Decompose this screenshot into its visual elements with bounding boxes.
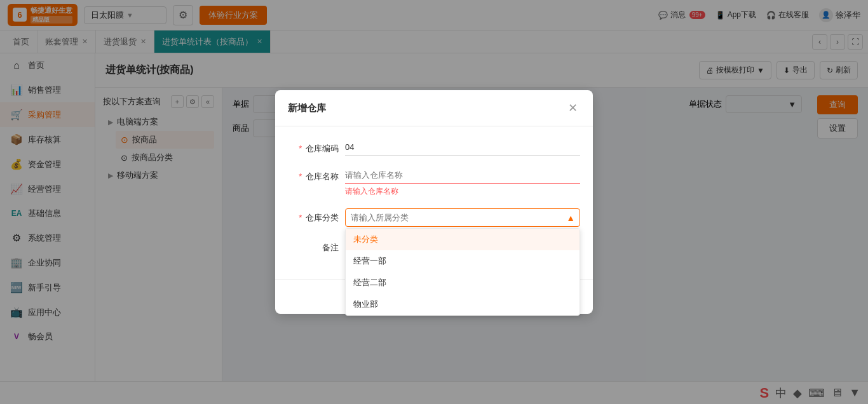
modal-close-button[interactable]: ✕ <box>565 100 580 116</box>
category-input-container: ▲ <box>345 208 580 227</box>
form-row-name: * 仓库名称 请输入仓库名称 <box>288 167 580 197</box>
category-toggle-icon[interactable]: ▲ <box>566 213 575 223</box>
warehouse-name-label: * 仓库名称 <box>288 167 339 182</box>
warehouse-code-input[interactable] <box>345 139 580 156</box>
warehouse-code-wrapper <box>345 139 580 156</box>
category-dropdown: 未分类 经营一部 经营二部 物业部 <box>345 228 580 316</box>
modal-title: 新增仓库 <box>288 102 326 114</box>
warehouse-name-wrapper: 请输入仓库名称 <box>345 167 580 197</box>
form-row-category: * 仓库分类 ▲ 未分类 经营一部 <box>288 208 580 227</box>
warehouse-code-label: * 仓库编码 <box>288 139 339 154</box>
add-warehouse-modal: 新增仓库 ✕ * 仓库编码 * 仓库名称 <box>275 90 593 314</box>
remark-label: 备注 <box>288 238 339 253</box>
warehouse-name-error: 请输入仓库名称 <box>345 186 580 197</box>
modal-header: 新增仓库 ✕ <box>275 90 593 126</box>
warehouse-category-input[interactable] <box>345 208 580 227</box>
modal-overlay: 新增仓库 ✕ * 仓库编码 * 仓库名称 <box>0 0 868 404</box>
dropdown-item-dept3[interactable]: 物业部 <box>346 293 580 315</box>
modal-body: * 仓库编码 * 仓库名称 请输入仓库名称 <box>275 126 593 279</box>
dropdown-item-dept2[interactable]: 经营二部 <box>346 272 580 293</box>
warehouse-category-wrapper: ▲ 未分类 经营一部 经营二部 物业部 <box>345 208 580 227</box>
warehouse-category-label: * 仓库分类 <box>288 208 339 224</box>
warehouse-name-input[interactable] <box>345 167 580 184</box>
dropdown-item-dept1[interactable]: 经营一部 <box>346 250 580 272</box>
dropdown-item-none[interactable]: 未分类 <box>346 229 580 250</box>
form-row-code: * 仓库编码 <box>288 139 580 156</box>
